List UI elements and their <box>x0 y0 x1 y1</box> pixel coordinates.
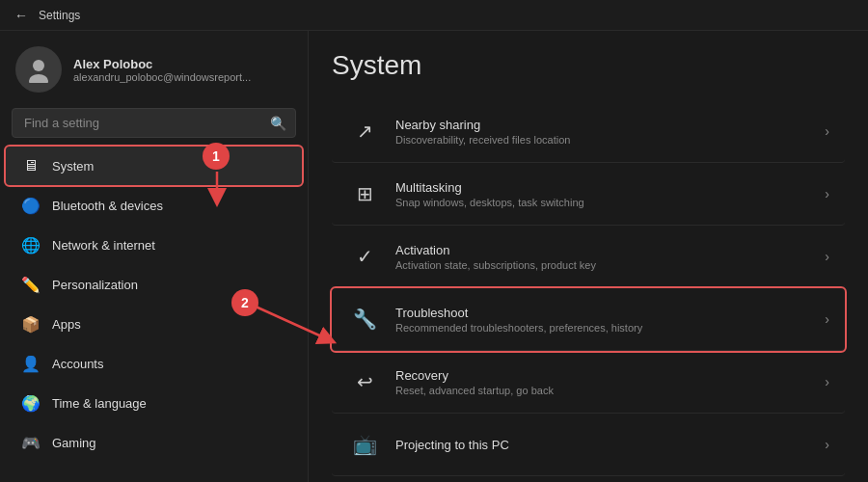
settings-list: ↗ Nearby sharing Discoverability, receiv… <box>332 100 845 476</box>
search-input[interactable] <box>12 108 296 138</box>
projecting-icon: 📺 <box>347 427 382 462</box>
nearby-sharing-desc: Discoverability, received files location <box>395 134 825 146</box>
sidebar-item-system[interactable]: 🖥 System <box>6 147 302 185</box>
nearby-sharing-text: Nearby sharing Discoverability, received… <box>395 118 825 146</box>
projecting-title: Projecting to this PC <box>395 438 825 452</box>
sidebar-item-bluetooth[interactable]: 🔵 Bluetooth & devices <box>6 186 302 225</box>
accounts-icon: 👤 <box>21 354 41 373</box>
recovery-chevron: › <box>825 374 829 389</box>
setting-row-multitasking[interactable]: ⊞ Multitasking Snap windows, desktops, t… <box>332 163 845 226</box>
recovery-desc: Reset, advanced startup, go back <box>395 385 825 396</box>
personalization-icon: ✏️ <box>21 275 41 294</box>
recovery-title: Recovery <box>395 368 825 383</box>
multitasking-title: Multitasking <box>395 180 825 195</box>
system-icon: 🖥 <box>21 156 41 175</box>
activation-title: Activation <box>395 243 825 257</box>
projecting-chevron: › <box>825 437 829 452</box>
projecting-text: Projecting to this PC <box>395 438 825 452</box>
svg-point-1 <box>29 74 48 83</box>
time-label: Time & language <box>52 396 147 411</box>
sidebar-item-time[interactable]: 🌍 Time & language <box>6 384 302 422</box>
sidebar: Alex Poloboc alexandru_poloboc@windowsre… <box>0 31 309 482</box>
titlebar-title: Settings <box>39 9 80 22</box>
content-area: System ↗ Nearby sharing Discoverability,… <box>309 31 868 482</box>
accounts-label: Accounts <box>52 357 103 371</box>
troubleshoot-text: Troubleshoot Recommended troubleshooters… <box>395 306 825 334</box>
network-icon: 🌐 <box>21 235 41 254</box>
activation-chevron: › <box>825 249 829 264</box>
titlebar: ← Settings <box>0 0 868 31</box>
multitasking-desc: Snap windows, desktops, task switching <box>395 197 825 208</box>
nav-list: 🖥 System 🔵 Bluetooth & devices 🌐 Network… <box>0 146 308 463</box>
annotation-circle-2: 2 <box>231 289 258 316</box>
setting-row-projecting[interactable]: 📺 Projecting to this PC › <box>332 414 845 476</box>
bluetooth-icon: 🔵 <box>21 196 41 215</box>
main-layout: Alex Poloboc alexandru_poloboc@windowsre… <box>0 31 868 482</box>
multitasking-icon: ⊞ <box>347 176 382 211</box>
user-email: alexandru_poloboc@windowsreport... <box>73 71 251 83</box>
apps-label: Apps <box>52 317 81 332</box>
multitasking-chevron: › <box>825 186 829 201</box>
sidebar-item-gaming[interactable]: 🎮 Gaming <box>6 423 302 462</box>
recovery-text: Recovery Reset, advanced startup, go bac… <box>395 368 825 396</box>
user-name: Alex Poloboc <box>73 57 251 71</box>
search-icon: 🔍 <box>270 116 286 131</box>
page-title: System <box>332 50 845 81</box>
apps-icon: 📦 <box>21 314 41 334</box>
setting-row-activation[interactable]: ✓ Activation Activation state, subscript… <box>332 226 845 288</box>
system-label: System <box>52 159 94 174</box>
bluetooth-label: Bluetooth & devices <box>52 199 163 213</box>
time-icon: 🌍 <box>21 393 41 413</box>
troubleshoot-chevron: › <box>825 311 829 327</box>
gaming-label: Gaming <box>52 436 96 450</box>
nearby-sharing-title: Nearby sharing <box>395 118 825 132</box>
sidebar-item-accounts[interactable]: 👤 Accounts <box>6 344 302 383</box>
troubleshoot-desc: Recommended troubleshooters, preferences… <box>395 322 825 334</box>
troubleshoot-title: Troubleshoot <box>395 306 825 320</box>
search-box: 🔍 <box>12 108 296 138</box>
sidebar-item-apps[interactable]: 📦 Apps <box>6 305 302 343</box>
personalization-label: Personalization <box>52 278 138 292</box>
user-profile[interactable]: Alex Poloboc alexandru_poloboc@windowsre… <box>0 31 308 104</box>
multitasking-text: Multitasking Snap windows, desktops, tas… <box>395 180 825 208</box>
avatar <box>15 46 62 93</box>
svg-point-0 <box>33 60 44 71</box>
activation-icon: ✓ <box>347 239 382 274</box>
sidebar-item-network[interactable]: 🌐 Network & internet <box>6 226 302 264</box>
activation-text: Activation Activation state, subscriptio… <box>395 243 825 271</box>
activation-desc: Activation state, subscriptions, product… <box>395 259 825 271</box>
user-info: Alex Poloboc alexandru_poloboc@windowsre… <box>73 57 251 83</box>
gaming-icon: 🎮 <box>21 433 41 452</box>
network-label: Network & internet <box>52 238 155 253</box>
nearby-sharing-icon: ↗ <box>347 114 382 148</box>
troubleshoot-icon: 🔧 <box>347 302 382 336</box>
setting-row-troubleshoot[interactable]: 🔧 Troubleshoot Recommended troubleshoote… <box>332 288 845 351</box>
setting-row-nearby-sharing[interactable]: ↗ Nearby sharing Discoverability, receiv… <box>332 100 845 163</box>
recovery-icon: ↩ <box>347 364 382 399</box>
back-button[interactable]: ← <box>12 6 31 25</box>
annotation-circle-1: 1 <box>203 143 230 170</box>
nearby-sharing-chevron: › <box>825 123 829 139</box>
setting-row-recovery[interactable]: ↩ Recovery Reset, advanced startup, go b… <box>332 351 845 414</box>
